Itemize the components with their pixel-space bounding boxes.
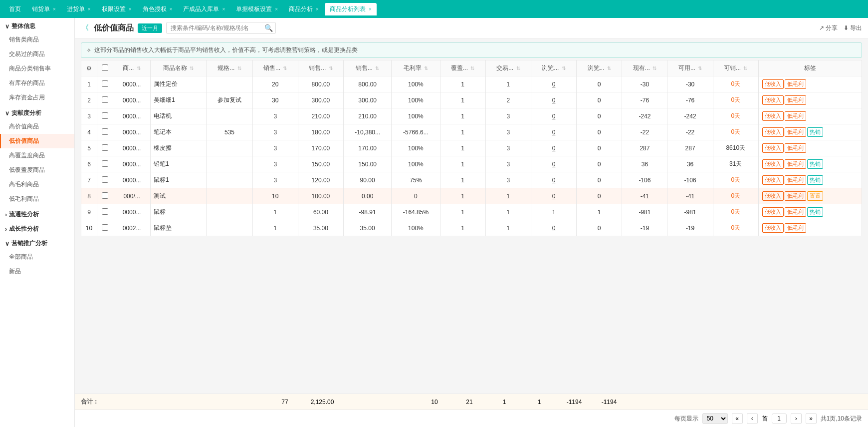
nav-inbound[interactable]: 产成品入库单× bbox=[178, 3, 230, 15]
row-checkbox-input[interactable] bbox=[102, 128, 108, 135]
col-stock[interactable]: 现有... ⇅ bbox=[622, 60, 667, 76]
sidebar-item-stock-goods[interactable]: 有库存的商品 bbox=[0, 76, 74, 90]
row-checkbox[interactable] bbox=[97, 108, 113, 124]
row-checkbox[interactable] bbox=[97, 172, 113, 188]
close-icon[interactable]: × bbox=[88, 6, 91, 12]
col-sell-days[interactable]: 可销... ⇅ bbox=[713, 60, 758, 76]
col-view1[interactable]: 浏览... ⇅ bbox=[531, 60, 576, 76]
close-icon[interactable]: × bbox=[316, 6, 319, 12]
sidebar-item-sales-goods[interactable]: 销售类商品 bbox=[0, 32, 74, 47]
sidebar-item-category-rate[interactable]: 商品分类销售率 bbox=[0, 61, 74, 76]
row-sell-days: 0天 bbox=[713, 204, 758, 220]
col-sales-val[interactable]: 销售... ⇅ bbox=[344, 60, 392, 76]
col-trade[interactable]: 交易... ⇅ bbox=[485, 60, 531, 76]
col-sales-amt[interactable]: 销售... ⇅ bbox=[298, 60, 343, 76]
first-page-btn[interactable]: « bbox=[732, 413, 743, 424]
sidebar-section-marketing[interactable]: ∨ 营销推广分析 bbox=[0, 235, 74, 250]
sidebar-item-low-cover[interactable]: 低覆盖度商品 bbox=[0, 163, 74, 177]
sidebar-section-contribution[interactable]: ∨ 贡献度分析 bbox=[0, 105, 74, 119]
last-page-btn[interactable]: » bbox=[806, 413, 817, 424]
sidebar-item-low-margin[interactable]: 低毛利商品 bbox=[0, 192, 74, 206]
row-checkbox[interactable] bbox=[97, 156, 113, 172]
row-checkbox[interactable] bbox=[97, 92, 113, 108]
nav-home[interactable]: 首页 bbox=[4, 3, 26, 15]
nav-sales[interactable]: 销货单× bbox=[27, 3, 61, 15]
collapse-btn[interactable]: 《 bbox=[81, 22, 90, 33]
row-checkbox[interactable] bbox=[97, 124, 113, 140]
sidebar-item-low-value[interactable]: 低价值商品 bbox=[0, 134, 74, 148]
close-icon[interactable]: × bbox=[53, 6, 56, 12]
col-gross[interactable]: 毛利率 ⇅ bbox=[392, 60, 440, 76]
col-avail[interactable]: 可用... ⇅ bbox=[667, 60, 713, 76]
sidebar-item-new-goods[interactable]: 新品 bbox=[0, 264, 74, 279]
close-icon[interactable]: × bbox=[369, 6, 372, 12]
row-gross: 100% bbox=[392, 92, 440, 108]
nav-template[interactable]: 单据模板设置× bbox=[231, 3, 283, 15]
row-checkbox-input[interactable] bbox=[102, 208, 108, 215]
export-btn[interactable]: ⬇ 导出 bbox=[844, 24, 862, 32]
row-checkbox-input[interactable] bbox=[102, 80, 108, 87]
row-checkbox-input[interactable] bbox=[102, 96, 108, 103]
per-page-select[interactable]: 50 100 bbox=[702, 413, 728, 424]
col-code[interactable]: 商... ⇅ bbox=[113, 60, 151, 76]
row-checkbox-input[interactable] bbox=[102, 144, 108, 151]
col-sales-qty[interactable]: 销售... ⇅ bbox=[252, 60, 298, 76]
nav-analysis[interactable]: 商品分析× bbox=[284, 3, 324, 15]
view1-link[interactable]: 0 bbox=[552, 129, 556, 136]
date-filter-btn[interactable]: 近一月 bbox=[138, 23, 162, 33]
sidebar-section-liquidity[interactable]: › 流通性分析 bbox=[0, 206, 74, 221]
nav-purchase[interactable]: 进货单× bbox=[62, 3, 96, 15]
col-name[interactable]: 商品名称 ⇅ bbox=[151, 60, 207, 76]
nav-permission[interactable]: 权限设置× bbox=[97, 3, 137, 15]
row-checkbox[interactable] bbox=[97, 204, 113, 220]
sidebar-section-overall[interactable]: ∨ 整体信息 bbox=[0, 18, 74, 32]
nav-role[interactable]: 角色授权× bbox=[138, 3, 178, 15]
row-sales-val: 35.00 bbox=[344, 220, 392, 236]
sidebar-item-all-goods[interactable]: 全部商品 bbox=[0, 250, 74, 264]
search-icon[interactable]: 🔍 bbox=[264, 24, 273, 32]
view1-link[interactable]: 0 bbox=[552, 193, 556, 200]
row-name: 电话机 bbox=[151, 108, 207, 124]
select-all-checkbox[interactable] bbox=[102, 64, 108, 71]
row-sales-val: 170.00 bbox=[344, 140, 392, 156]
view1-link[interactable]: 0 bbox=[552, 97, 556, 104]
close-icon[interactable]: × bbox=[275, 6, 278, 12]
next-page-btn[interactable]: › bbox=[791, 413, 802, 424]
col-cover[interactable]: 覆盖... ⇅ bbox=[440, 60, 485, 76]
nav-analysis-list[interactable]: 商品分析列表× bbox=[325, 3, 377, 15]
close-icon[interactable]: × bbox=[170, 6, 173, 12]
sidebar-item-traded-goods[interactable]: 交易过的商品 bbox=[0, 47, 74, 61]
sidebar-item-high-value[interactable]: 高价值商品 bbox=[0, 119, 74, 134]
sidebar-item-high-cover[interactable]: 高覆盖度商品 bbox=[0, 148, 74, 163]
row-checkbox[interactable] bbox=[97, 140, 113, 156]
row-sales-amt: 180.00 bbox=[298, 124, 343, 140]
page-input[interactable] bbox=[772, 414, 787, 424]
sidebar-item-high-margin[interactable]: 高毛利商品 bbox=[0, 177, 74, 192]
col-view2[interactable]: 浏览... ⇅ bbox=[577, 60, 622, 76]
search-input[interactable] bbox=[166, 22, 276, 34]
row-checkbox-input[interactable] bbox=[102, 192, 108, 199]
view1-link[interactable]: 0 bbox=[552, 145, 556, 152]
close-icon[interactable]: × bbox=[222, 6, 225, 12]
close-icon[interactable]: × bbox=[129, 6, 132, 12]
view1-link[interactable]: 0 bbox=[552, 113, 556, 120]
col-spec[interactable]: 规格... ⇅ bbox=[207, 60, 252, 76]
col-setting[interactable]: ⚙ bbox=[81, 60, 97, 76]
view1-link[interactable]: 1 bbox=[552, 209, 556, 216]
row-sell-days: 0天 bbox=[713, 76, 758, 92]
row-checkbox-input[interactable] bbox=[102, 224, 108, 231]
view1-link[interactable]: 0 bbox=[552, 81, 556, 88]
row-checkbox[interactable] bbox=[97, 188, 113, 204]
row-checkbox-input[interactable] bbox=[102, 160, 108, 167]
view1-link[interactable]: 0 bbox=[552, 161, 556, 168]
row-checkbox-input[interactable] bbox=[102, 112, 108, 119]
row-checkbox[interactable] bbox=[97, 76, 113, 92]
view1-link[interactable]: 0 bbox=[552, 225, 556, 232]
share-btn[interactable]: ↗ 分享 bbox=[819, 24, 838, 32]
view1-link[interactable]: 0 bbox=[552, 177, 556, 184]
sidebar-section-growth[interactable]: › 成长性分析 bbox=[0, 221, 74, 235]
sidebar-item-stock-fund[interactable]: 库存资金占用 bbox=[0, 90, 74, 105]
row-checkbox[interactable] bbox=[97, 220, 113, 236]
row-checkbox-input[interactable] bbox=[102, 176, 108, 183]
prev-page-btn[interactable]: ‹ bbox=[747, 413, 758, 424]
